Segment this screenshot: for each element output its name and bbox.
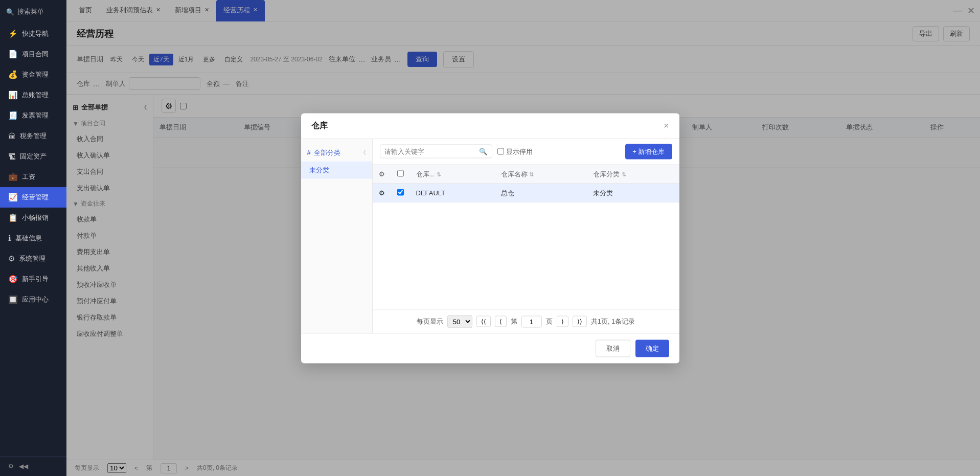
- col-name: 仓库名称 ⇅: [495, 165, 587, 184]
- add-warehouse-button[interactable]: + 新增仓库: [625, 144, 672, 159]
- sidebar-item-app-center[interactable]: 🔲应用中心: [0, 289, 66, 310]
- show-disabled-label[interactable]: 显示停用: [497, 147, 533, 156]
- modal-sidebar-expand[interactable]: 《: [360, 149, 366, 156]
- sidebar-icon-basic-info: ℹ: [8, 234, 11, 243]
- sidebar-item-shortcuts[interactable]: ⚡快捷导航: [0, 24, 66, 44]
- modal-sidebar-uncategorized[interactable]: 未分类: [301, 161, 372, 178]
- modal-main: 🔍 显示停用 + 新增仓库 ⚙ 仓库...: [373, 139, 679, 333]
- row-checkbox: [391, 184, 410, 202]
- sidebar-label-general-ledger: 总账管理: [22, 90, 49, 100]
- modal-body: # 全部分类 《 未分类 🔍 显示停用 + 新增仓库: [301, 139, 679, 333]
- pagination-page-label: 第: [511, 317, 517, 326]
- sidebar-icon-project-contract: 📄: [8, 50, 18, 59]
- modal-sidebar: # 全部分类 《 未分类: [301, 139, 373, 333]
- col-category-sort[interactable]: ⇅: [622, 171, 626, 177]
- col-code: 仓库... ⇅: [410, 165, 495, 184]
- modal-table-wrap: ⚙ 仓库... ⇅ 仓库名称 ⇅ 仓库分类: [373, 165, 679, 309]
- modal-sidebar-scroll: 未分类: [301, 161, 372, 328]
- sidebar-label-system-management: 系统管理: [19, 254, 45, 263]
- col-name-sort[interactable]: ⇅: [529, 171, 534, 177]
- pagination-prev-button[interactable]: ⟨: [495, 316, 507, 327]
- sidebar-label-fixed-assets: 固定资产: [20, 152, 47, 161]
- sidebar-label-smooth-reporting: 小畅报销: [22, 213, 49, 222]
- sidebar-label-operations-management: 经营管理: [22, 193, 49, 202]
- sidebar-label-new-user-guide: 新手引导: [22, 275, 49, 284]
- row-code: DEFAULT: [410, 184, 495, 202]
- modal-table-body: ⚙ DEFAULT 总仓 未分类: [373, 184, 679, 202]
- pagination-per-page-select[interactable]: 502010: [447, 315, 472, 328]
- settings-icon[interactable]: ⚙: [8, 463, 14, 470]
- hash-icon: #: [307, 149, 311, 156]
- sidebar-icon-smooth-reporting: 📋: [8, 213, 18, 222]
- modal-sidebar-all[interactable]: # 全部分类 《: [301, 144, 372, 161]
- col-checkbox: [391, 165, 410, 184]
- sidebar-label-fund-management: 资金管理: [22, 70, 49, 79]
- sidebar: 🔍 搜索菜单 ⚡快捷导航📄项目合同💰资金管理📊总账管理🧾发票管理🏛税务管理🏗固定…: [0, 0, 66, 476]
- sidebar-icon-invoice-management: 🧾: [8, 111, 18, 120]
- sidebar-item-tax-management[interactable]: 🏛税务管理: [0, 126, 66, 146]
- col-category: 仓库分类 ⇅: [587, 165, 679, 184]
- sidebar-item-new-user-guide[interactable]: 🎯新手引导: [0, 269, 66, 289]
- search-input-wrap: 🔍: [380, 145, 492, 158]
- pagination-per-page-label: 每页显示: [417, 317, 443, 326]
- pagination-last-button[interactable]: ⟩⟩: [573, 316, 587, 327]
- modal-table: ⚙ 仓库... ⇅ 仓库名称 ⇅ 仓库分类: [373, 165, 679, 202]
- sidebar-item-basic-info[interactable]: ℹ基础信息: [0, 228, 66, 248]
- row-settings: ⚙: [373, 184, 391, 202]
- modal-select-all[interactable]: [397, 170, 404, 176]
- warehouse-search-input[interactable]: [380, 145, 475, 158]
- sidebar-items: ⚡快捷导航📄项目合同💰资金管理📊总账管理🧾发票管理🏛税务管理🏗固定资产💼工资📈经…: [0, 24, 66, 310]
- cancel-button[interactable]: 取消: [596, 339, 630, 357]
- pagination-page-suffix: 页: [546, 317, 553, 326]
- sidebar-bottom: ⚙ ◀◀: [0, 456, 66, 476]
- pagination-next-button[interactable]: ⟩: [557, 316, 568, 327]
- sidebar-icon-system-management: ⚙: [8, 254, 15, 263]
- sidebar-icon-new-user-guide: 🎯: [8, 275, 18, 284]
- sidebar-item-project-contract[interactable]: 📄项目合同: [0, 44, 66, 64]
- row-select[interactable]: [397, 189, 404, 195]
- modal-header: 仓库 ×: [301, 113, 679, 139]
- pagination-first-button[interactable]: ⟨⟨: [476, 316, 491, 327]
- sidebar-item-general-ledger[interactable]: 📊总账管理: [0, 85, 66, 105]
- sidebar-label-tax-management: 税务管理: [20, 131, 47, 141]
- pagination-total: 共1页, 1条记录: [591, 317, 635, 326]
- confirm-button[interactable]: 确定: [635, 339, 669, 357]
- sidebar-icon-shortcuts: ⚡: [8, 29, 18, 38]
- sidebar-label-app-center: 应用中心: [22, 295, 49, 304]
- sidebar-label-project-contract: 项目合同: [22, 50, 49, 59]
- modal-table-header: ⚙ 仓库... ⇅ 仓库名称 ⇅ 仓库分类: [373, 165, 679, 184]
- sidebar-icon-tax-management: 🏛: [8, 132, 16, 141]
- col-settings: ⚙: [373, 165, 391, 184]
- sidebar-icon-app-center: 🔲: [8, 295, 18, 304]
- sidebar-icon-operations-management: 📈: [8, 193, 18, 202]
- search-icon: 🔍: [6, 8, 14, 16]
- row-category: 未分类: [587, 184, 679, 202]
- sidebar-item-salary[interactable]: 💼工资: [0, 167, 66, 187]
- pagination-page-input[interactable]: [521, 315, 542, 327]
- sidebar-item-smooth-reporting[interactable]: 📋小畅报销: [0, 208, 66, 228]
- sidebar-label-basic-info: 基础信息: [15, 234, 42, 243]
- sidebar-item-system-management[interactable]: ⚙系统管理: [0, 248, 66, 269]
- modal-close-button[interactable]: ×: [664, 120, 669, 131]
- sidebar-item-invoice-management[interactable]: 🧾发票管理: [0, 105, 66, 126]
- sidebar-label-shortcuts: 快捷导航: [22, 29, 49, 38]
- modal-table-row[interactable]: ⚙ DEFAULT 总仓 未分类: [373, 184, 679, 202]
- sidebar-icon-general-ledger: 📊: [8, 90, 18, 100]
- modal-title: 仓库: [311, 120, 328, 131]
- modal-pagination: 每页显示 502010 ⟨⟨ ⟨ 第 页 ⟩ ⟩⟩ 共1页, 1条记录: [373, 309, 679, 333]
- volume-icon[interactable]: ◀◀: [19, 463, 28, 470]
- warehouse-modal: 仓库 × # 全部分类 《 未分类 🔍 显示停用: [301, 113, 679, 363]
- sidebar-icon-fixed-assets: 🏗: [8, 152, 16, 161]
- row-name: 总仓: [495, 184, 587, 202]
- sidebar-label-salary: 工资: [22, 172, 35, 182]
- sidebar-item-operations-management[interactable]: 📈经营管理: [0, 187, 66, 208]
- show-disabled-checkbox[interactable]: [497, 148, 504, 155]
- sidebar-item-fund-management[interactable]: 💰资金管理: [0, 64, 66, 85]
- sidebar-search[interactable]: 🔍 搜索菜单: [0, 0, 66, 24]
- sidebar-label-invoice-management: 发票管理: [22, 111, 49, 120]
- sidebar-item-fixed-assets[interactable]: 🏗固定资产: [0, 146, 66, 167]
- col-code-sort[interactable]: ⇅: [437, 171, 441, 177]
- search-icon-button[interactable]: 🔍: [475, 146, 492, 157]
- modal-actions: 取消 确定: [301, 333, 679, 363]
- sidebar-icon-fund-management: 💰: [8, 70, 18, 79]
